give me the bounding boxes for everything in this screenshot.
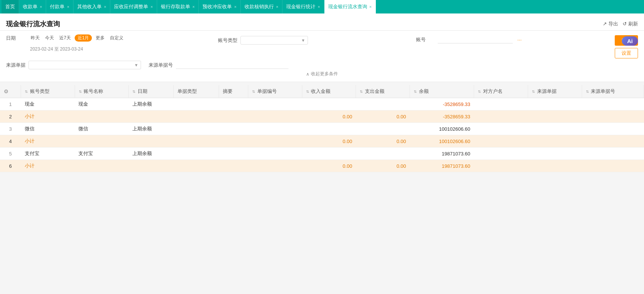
cell-source-doc-no xyxy=(582,160,644,172)
data-table-wrapper: ⚙ ⇅ 账号类型 ⇅ 账号名称 ⇅ 日期 单据类型 摘要 xyxy=(0,85,644,172)
cell-expense: 0.00 xyxy=(356,110,410,123)
account-text-field[interactable] xyxy=(438,37,513,42)
col-date[interactable]: ⇅ 日期 xyxy=(129,85,173,98)
cell-income: 0.00 xyxy=(302,110,356,123)
cell-source-doc xyxy=(528,110,582,123)
nav-tab-prepay-offset[interactable]: 预收冲应收单 × xyxy=(199,0,240,13)
ai-button[interactable]: Ai xyxy=(622,36,638,46)
col-expense[interactable]: ⇅ 支出金额 xyxy=(356,85,410,98)
sort-icon: ⇅ xyxy=(79,90,82,94)
cell-counterparty xyxy=(474,135,528,148)
nav-tab-cash-bank-flow[interactable]: 现金银行流水查询 × xyxy=(324,0,376,13)
sort-icon: ⇅ xyxy=(252,90,255,94)
row-number: 6 xyxy=(0,160,21,172)
nav-tab-receipt[interactable]: 收款单 × xyxy=(19,0,46,13)
cell-balance: 100102606.60 xyxy=(410,123,474,135)
table-row: 2 小计 0.00 0.00 -3528659.33 xyxy=(0,110,644,123)
col-doc-no[interactable]: ⇅ 单据编号 xyxy=(248,85,302,98)
account-type-select[interactable]: ▾ xyxy=(240,36,308,45)
date-filter-row: 日期 昨天 今天 近7天 近1月 更多 自定义 xyxy=(6,34,125,42)
cell-summary xyxy=(219,160,248,172)
chevron-down-icon: ▾ xyxy=(135,62,138,68)
col-account-name[interactable]: ⇅ 账号名称 xyxy=(75,85,129,98)
settings-button[interactable]: 设置 xyxy=(615,48,638,58)
cell-source-doc-no xyxy=(582,98,644,110)
nav-tab-home[interactable]: 首页 xyxy=(2,0,19,13)
col-source-doc-no[interactable]: ⇅ 来源单据号 xyxy=(582,85,644,98)
refresh-icon: ↺ xyxy=(623,21,627,27)
cell-account-name xyxy=(75,160,129,172)
cell-source-doc xyxy=(528,98,582,110)
source-doc-no-field[interactable] xyxy=(176,62,288,68)
cell-account-type: 现金 xyxy=(21,98,75,110)
sort-icon: ⇅ xyxy=(132,90,135,94)
source-doc-no-input[interactable] xyxy=(176,61,288,69)
source-doc-label: 来源单据 xyxy=(6,62,26,69)
close-icon[interactable]: × xyxy=(276,4,278,9)
date-option-1month[interactable]: 近1月 xyxy=(75,34,92,42)
table-row: 5 支付宝 支付宝 上期余额 19871073.60 xyxy=(0,148,644,160)
cell-expense xyxy=(356,123,410,135)
nav-tab-ar-ap-adj[interactable]: 应收应付调整单 × xyxy=(110,0,157,13)
refresh-button[interactable]: ↺ 刷新 xyxy=(623,21,638,27)
cell-source-doc xyxy=(528,135,582,148)
col-income[interactable]: ⇅ 收入金额 xyxy=(302,85,356,98)
col-summary[interactable]: 摘要 xyxy=(219,85,248,98)
col-balance[interactable]: ⇅ 余额 xyxy=(410,85,474,98)
col-account-type[interactable]: ⇅ 账号类型 xyxy=(21,85,75,98)
nav-tab-bank-deposit[interactable]: 银行存取款单 × xyxy=(157,0,199,13)
sort-icon: ⇅ xyxy=(306,90,309,94)
cell-summary xyxy=(219,148,248,160)
cell-doc-type xyxy=(173,160,219,172)
cell-summary xyxy=(219,135,248,148)
col-doc-type[interactable]: 单据类型 xyxy=(173,85,219,98)
cell-counterparty xyxy=(474,123,528,135)
account-more-button[interactable]: ··· xyxy=(517,37,522,43)
cell-doc-no xyxy=(248,160,302,172)
col-counterparty[interactable]: ⇅ 对方户名 xyxy=(474,85,528,98)
nav-tab-receipt-verify[interactable]: 收款核销执行 × xyxy=(241,0,282,13)
date-range-display: 2023-02-24 至 2023-03-24 xyxy=(30,46,83,52)
nav-tab-cash-bank-stats[interactable]: 现金银行统计 × xyxy=(282,0,324,13)
close-icon[interactable]: × xyxy=(318,4,320,9)
close-icon[interactable]: × xyxy=(234,4,236,9)
source-doc-no-label: 来源单据号 xyxy=(149,62,173,69)
col-gear[interactable]: ⚙ xyxy=(0,85,21,98)
date-option-more[interactable]: 更多 xyxy=(94,34,106,42)
collapse-bar[interactable]: ∧ 收起更多条件 xyxy=(6,69,638,79)
account-input[interactable] xyxy=(438,36,513,43)
cell-expense xyxy=(356,98,410,110)
cell-counterparty xyxy=(474,110,528,123)
close-icon[interactable]: × xyxy=(150,4,153,9)
table-row: 4 小计 0.00 0.00 100102606.60 xyxy=(0,135,644,148)
cell-doc-no xyxy=(248,148,302,160)
date-option-yesterday[interactable]: 昨天 xyxy=(29,34,41,42)
close-icon[interactable]: × xyxy=(40,4,42,9)
cell-date xyxy=(129,110,173,123)
export-button[interactable]: ↗ 导出 xyxy=(603,21,618,27)
date-option-custom[interactable]: 自定义 xyxy=(108,34,125,42)
chevron-up-icon: ∧ xyxy=(306,72,309,77)
close-icon[interactable]: × xyxy=(192,4,195,9)
close-icon[interactable]: × xyxy=(369,4,372,9)
cell-expense: 0.00 xyxy=(356,160,410,172)
row-number: 3 xyxy=(0,123,21,135)
chevron-down-icon: ▾ xyxy=(302,37,305,43)
cell-summary xyxy=(219,110,248,123)
cell-expense xyxy=(356,148,410,160)
source-doc-select[interactable]: ▾ xyxy=(29,61,141,69)
cell-counterparty xyxy=(474,148,528,160)
sort-icon: ⇅ xyxy=(414,90,417,94)
cell-summary xyxy=(219,98,248,110)
date-option-today[interactable]: 今天 xyxy=(44,34,56,42)
nav-tab-payment[interactable]: 付款单 × xyxy=(46,0,73,13)
cell-income xyxy=(302,123,356,135)
nav-tab-other-income[interactable]: 其他收入单 × xyxy=(74,0,110,13)
close-icon[interactable]: × xyxy=(104,4,106,9)
date-option-7days[interactable]: 近7天 xyxy=(58,34,72,42)
cell-balance: -3528659.33 xyxy=(410,98,474,110)
cell-balance: 19871073.60 xyxy=(410,160,474,172)
close-icon[interactable]: × xyxy=(67,4,69,9)
cell-summary xyxy=(219,123,248,135)
col-source-doc[interactable]: ⇅ 来源单据 xyxy=(528,85,582,98)
